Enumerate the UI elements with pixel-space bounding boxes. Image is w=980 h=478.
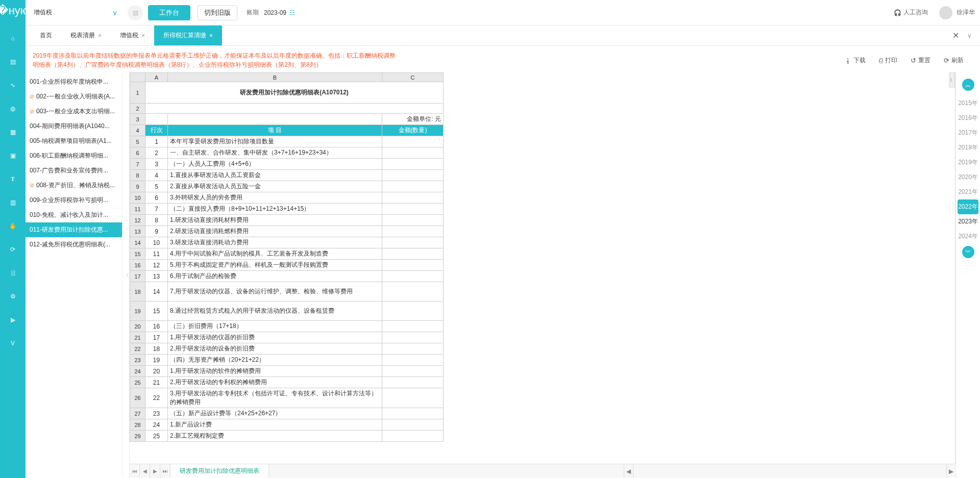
row-number[interactable]: 22: [145, 388, 168, 408]
rail-text-icon[interactable]: 𝐓: [7, 173, 18, 185]
row-label[interactable]: 2.用于研发活动的专利权的摊销费用: [168, 377, 382, 388]
close-icon[interactable]: ×: [98, 32, 102, 39]
amount-cell[interactable]: [382, 377, 444, 388]
row-label[interactable]: 3.研发活动直接消耗动力费用: [168, 237, 382, 248]
row-number[interactable]: 19: [145, 355, 168, 366]
row-label[interactable]: 8.通过经营租赁方式租入的用于研发活动的仪器、设备租赁费: [168, 301, 382, 321]
row-number[interactable]: 24: [145, 419, 168, 431]
row-label[interactable]: 3.外聘研发人员的劳务费用: [168, 192, 382, 204]
rail-refresh-icon[interactable]: ⟳: [7, 244, 18, 255]
row-label[interactable]: 1.直接从事研发活动人员工资薪金: [168, 170, 382, 181]
amount-cell[interactable]: [382, 170, 444, 181]
row-number[interactable]: 6: [145, 192, 168, 204]
year-item[interactable]: 2023年: [956, 214, 980, 229]
row-number[interactable]: 9: [145, 226, 168, 237]
amount-cell[interactable]: [382, 147, 444, 159]
rail-calendar-icon[interactable]: ▥: [7, 197, 18, 208]
form-list-item[interactable]: 007-广告费和业务宣传费跨...: [26, 163, 122, 178]
row-label[interactable]: （五）新产品设计费等（24+25+26+27）: [168, 408, 382, 419]
tab-首页[interactable]: 首页: [31, 26, 61, 45]
period-value[interactable]: 2023-09: [264, 9, 286, 16]
row-label[interactable]: 2.直接从事研发活动人员五险一金: [168, 181, 382, 192]
year-item[interactable]: 2018年: [956, 140, 980, 155]
row-label[interactable]: 7.用于研发活动的仪器、设备的运行维护、调整、检验、维修等费用: [168, 282, 382, 301]
rail-clipboard-icon[interactable]: ▦: [7, 127, 18, 138]
row-label[interactable]: 1.用于研发活动的仪器的折旧费: [168, 332, 382, 343]
rail-chart-icon[interactable]: ∿: [7, 80, 18, 91]
sheet-nav-prev[interactable]: ◀: [140, 464, 150, 478]
row-number[interactable]: 1: [145, 136, 168, 147]
reset-button[interactable]: ↺重置: [911, 56, 930, 65]
form-list-item[interactable]: 011-研发费用加计扣除优惠...: [26, 222, 122, 237]
form-list-item[interactable]: 004-期间费用明细表(A1040...: [26, 119, 122, 134]
rail-jar-icon[interactable]: ◍: [7, 103, 18, 114]
year-item[interactable]: 2022年: [958, 199, 978, 214]
rail-home-icon[interactable]: ⌂: [7, 33, 18, 44]
row-number[interactable]: 16: [145, 321, 168, 332]
row-number[interactable]: 23: [145, 408, 168, 419]
expand-handle[interactable]: 》: [949, 72, 955, 88]
amount-cell[interactable]: [382, 332, 444, 343]
amount-cell[interactable]: [382, 282, 444, 301]
form-list-item[interactable]: 010-免税、减计收入及加计...: [26, 208, 122, 222]
help-link[interactable]: 🎧 人工咨询: [894, 8, 928, 17]
year-item[interactable]: 2015年: [956, 96, 980, 111]
row-number[interactable]: 25: [145, 431, 168, 442]
row-number[interactable]: 18: [145, 343, 168, 355]
amount-cell[interactable]: [382, 204, 444, 215]
amount-cell[interactable]: [382, 226, 444, 237]
amount-cell[interactable]: [382, 192, 444, 204]
row-number[interactable]: 3: [145, 159, 168, 170]
row-label[interactable]: 6.用于试制产品的检验费: [168, 271, 382, 282]
tabs-more-icon[interactable]: ∨: [964, 26, 975, 45]
close-icon[interactable]: ×: [141, 32, 145, 39]
refresh-button[interactable]: ⟳刷新: [944, 56, 964, 65]
amount-cell[interactable]: [382, 431, 444, 442]
switch-old-button[interactable]: 切到旧版: [198, 5, 237, 20]
year-up-icon[interactable]: ︽: [962, 79, 974, 91]
row-label[interactable]: 4.用于中间试验和产品试制的模具、工艺装备开发及制造费: [168, 248, 382, 260]
sheet-nav-first[interactable]: ⏮: [130, 464, 140, 478]
tab-税表清册[interactable]: 税表清册×: [61, 26, 111, 45]
amount-cell[interactable]: [382, 321, 444, 332]
row-label[interactable]: 1.新产品设计费: [168, 419, 382, 431]
amount-cell[interactable]: [382, 366, 444, 377]
rail-gear-icon[interactable]: ⚙: [7, 291, 18, 302]
row-label[interactable]: （四）无形资产摊销（20+21+22）: [168, 355, 382, 366]
row-number[interactable]: 21: [145, 377, 168, 388]
row-label[interactable]: （三）折旧费用（17+18）: [168, 321, 382, 332]
year-item[interactable]: 2016年: [956, 111, 980, 125]
amount-cell[interactable]: [382, 237, 444, 248]
tab-增值税[interactable]: 增值税×: [111, 26, 154, 45]
collapse-handle[interactable]: 《: [122, 72, 130, 478]
col-header[interactable]: A: [145, 73, 168, 82]
amount-cell[interactable]: [382, 260, 444, 271]
row-number[interactable]: 20: [145, 366, 168, 377]
col-header[interactable]: B: [168, 73, 382, 82]
amount-cell[interactable]: [382, 159, 444, 170]
close-icon[interactable]: ×: [209, 32, 213, 39]
amount-cell[interactable]: [382, 271, 444, 282]
year-item[interactable]: 2020年: [956, 170, 980, 185]
scroll-right-icon[interactable]: ▶: [946, 464, 955, 478]
year-item[interactable]: 2017年: [956, 125, 980, 140]
workbench-button[interactable]: 工作台: [148, 5, 190, 20]
row-number[interactable]: 13: [145, 271, 168, 282]
year-item[interactable]: 2019年: [956, 155, 980, 170]
rail-play-icon[interactable]: ▶: [7, 314, 18, 325]
amount-cell[interactable]: [382, 343, 444, 355]
row-label[interactable]: 本年可享受研发费用加计扣除项目数量: [168, 136, 382, 147]
form-list-item[interactable]: 005-纳税调整项目明细表(A1...: [26, 134, 122, 148]
sheet-tab[interactable]: 研发费用加计扣除优惠明细表: [170, 464, 269, 478]
rail-hand-icon[interactable]: ✋: [7, 220, 18, 232]
form-list-item[interactable]: 001-企业所得税年度纳税申...: [26, 74, 122, 89]
form-list-item[interactable]: ⊘003-一般企业成本支出明细...: [26, 104, 122, 119]
row-number[interactable]: 12: [145, 260, 168, 271]
row-label[interactable]: 3.用于研发活动的非专利技术（包括许可证、专有技术、设计和计算方法等）的摊销费用: [168, 388, 382, 408]
rail-inbox-icon[interactable]: ⍃: [7, 267, 18, 279]
amount-cell[interactable]: [382, 355, 444, 366]
sheet-nav-next[interactable]: ▶: [150, 464, 160, 478]
row-label[interactable]: （一）人员人工费用（4+5+6）: [168, 159, 382, 170]
amount-cell[interactable]: [382, 215, 444, 226]
row-number[interactable]: 14: [145, 282, 168, 301]
